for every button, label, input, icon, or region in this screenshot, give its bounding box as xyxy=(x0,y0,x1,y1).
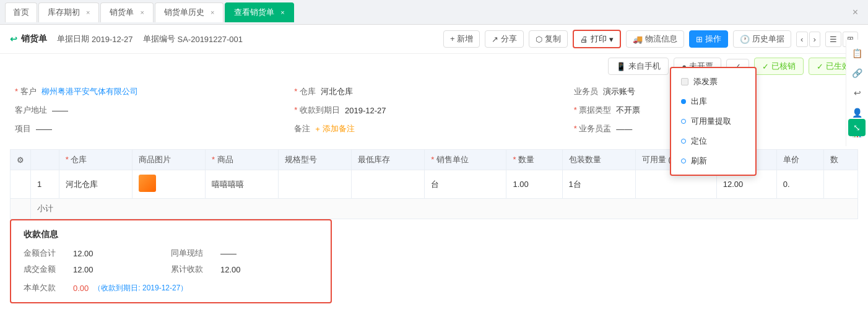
dropdown-locate[interactable]: 定位 xyxy=(671,131,755,151)
tab-close-view[interactable]: × xyxy=(280,9,284,16)
deal-amount-value: 12.00 xyxy=(73,265,93,274)
doc-number-label: 单据编号 xyxy=(143,33,175,45)
td-quantity: 1.00 xyxy=(506,170,562,199)
dropdown-available-label: 可用量提取 xyxy=(691,116,731,127)
deal-amount-label: 成交金额 xyxy=(24,264,68,275)
refresh-dot-icon xyxy=(681,158,686,163)
staff-label: 业务员 xyxy=(574,86,598,97)
dropdown-available[interactable]: 可用量提取 xyxy=(671,111,755,131)
tab-home[interactable]: 首页 xyxy=(5,2,37,22)
th-warehouse: 仓库 xyxy=(59,150,132,170)
tab-label: 查看销货单 xyxy=(234,7,274,18)
dropdown-add-ticket[interactable]: 添发票 xyxy=(671,72,755,92)
sidebar-icon-2[interactable]: 🔗 xyxy=(849,64,866,82)
th-product: 商品 xyxy=(205,150,278,170)
same-order-field: 同单现结 —— xyxy=(171,248,318,259)
tab-home-label: 首页 xyxy=(13,7,29,18)
th-product-img: 商品图片 xyxy=(132,150,205,170)
effective-icon: ✓ xyxy=(817,62,823,71)
th-settings[interactable]: ⚙ xyxy=(11,150,31,170)
history-icon: 🕐 xyxy=(740,35,750,44)
tab-close-sales[interactable]: × xyxy=(140,9,144,16)
tab-bar: 首页 库存期初 × 销货单 × 销货单历史 × 查看销货单 × × xyxy=(0,0,868,25)
doc-type-label: 销货单 xyxy=(21,33,47,45)
tab-sales-order[interactable]: 销货单 × xyxy=(100,2,153,22)
customer-label: 客户 xyxy=(15,86,37,97)
expand-button[interactable]: ⤡ xyxy=(848,119,866,136)
share-icon: ↗ xyxy=(492,35,498,44)
owed-note: （收款到期日: 2019-12-27） xyxy=(93,283,188,293)
sidebar-icon-1[interactable]: 📋 xyxy=(849,45,866,62)
subtotal-row: 小计 xyxy=(11,199,858,219)
logistics-button[interactable]: 🚚 物流信息 xyxy=(626,30,684,48)
next-button[interactable]: › xyxy=(809,32,820,47)
warehouse-label: 仓库 xyxy=(294,86,316,97)
td-index: 1 xyxy=(31,170,59,199)
doc-number-field: 单据编号 SA-20191227-001 xyxy=(143,33,243,45)
doc-date-field: 单据日期 2019-12-27 xyxy=(57,33,133,45)
logistics-icon: 🚚 xyxy=(633,35,643,44)
tab-close-inventory[interactable]: × xyxy=(86,9,90,16)
td-more xyxy=(823,170,857,199)
customer-value[interactable]: 柳州粤港平安气体有限公司 xyxy=(41,86,138,97)
print-button[interactable]: 🖨 打印 ▾ xyxy=(573,30,621,48)
add-note-label: 添加备注 xyxy=(323,123,355,134)
dropdown-add-ticket-label: 添发票 xyxy=(693,76,718,87)
print-label: 打印 xyxy=(591,33,607,45)
dropdown-outbound[interactable]: 出库 xyxy=(671,92,755,111)
dropdown-refresh[interactable]: 刷新 xyxy=(671,151,755,171)
td-spec xyxy=(279,170,352,199)
print-icon: 🖨 xyxy=(580,35,588,44)
amount-label: 金额合计 xyxy=(24,248,68,259)
tab-close-history[interactable]: × xyxy=(210,9,214,16)
product-image xyxy=(139,175,156,192)
dropdown-refresh-label: 刷新 xyxy=(691,155,707,167)
same-order-label: 同单现结 xyxy=(171,248,215,259)
add-note-button[interactable]: + 添加备注 xyxy=(315,123,355,134)
owed-label: 本单欠款 xyxy=(24,282,68,293)
ops-button[interactable]: ⊞ 操作 xyxy=(689,30,728,48)
sidebar-icon-3[interactable]: ↩ xyxy=(849,84,866,102)
staff-value: 演示账号 xyxy=(603,86,635,97)
from-phone-button[interactable]: 📱 来自手机 xyxy=(608,58,669,75)
copy-button[interactable]: ⬡ 复制 xyxy=(529,30,568,48)
payment-grid: 金额合计 12.00 同单现结 —— 成交金额 12.00 累计收款 12.00… xyxy=(24,248,318,293)
th-more: 数 xyxy=(823,150,857,170)
tab-inventory-init[interactable]: 库存期初 × xyxy=(38,2,99,22)
dropdown-locate-label: 定位 xyxy=(691,136,707,147)
td-subtotal-settings xyxy=(11,199,31,219)
confirmed-label: 已核销 xyxy=(771,61,796,72)
copy-label: 复制 xyxy=(545,33,561,45)
th-unit: 销售单位 xyxy=(425,150,506,170)
tab-view-sales[interactable]: 查看销货单 × xyxy=(225,2,293,22)
history-button[interactable]: 🕐 历史单据 xyxy=(733,30,791,48)
nav-arrows: ‹ › xyxy=(796,32,820,47)
td-settings xyxy=(11,170,31,199)
tab-sales-history[interactable]: 销货单历史 × xyxy=(155,2,224,22)
list-view-button[interactable]: ☰ xyxy=(825,32,841,47)
prev-button[interactable]: ‹ xyxy=(796,32,807,47)
warehouse-field: 仓库 河北仓库 xyxy=(294,86,573,97)
staff2-value: —— xyxy=(616,124,632,134)
expand-icon[interactable]: ⤡ xyxy=(848,119,866,136)
new-button[interactable]: + 新增 xyxy=(443,30,480,48)
plus-icon: + xyxy=(315,124,320,134)
staff2-label: 业务员盂 xyxy=(574,123,612,134)
logistics-label: 物流信息 xyxy=(645,33,677,45)
td-warehouse: 河北仓库 xyxy=(59,170,132,199)
ticket-type-value: 不开票 xyxy=(616,105,640,116)
ops-icon: ⊞ xyxy=(696,35,703,44)
confirmed-button[interactable]: ✓ 已核销 xyxy=(754,58,804,75)
tab-label: 销货单 xyxy=(110,7,134,18)
share-button[interactable]: ↗ 分享 xyxy=(485,30,524,48)
cumulative-label: 累计收款 xyxy=(171,264,215,275)
doc-date-label: 单据日期 xyxy=(57,33,89,45)
th-spec: 规格型号 xyxy=(279,150,352,170)
payment-title: 收款信息 xyxy=(24,229,318,240)
address-value: —— xyxy=(52,106,68,115)
payment-date-label: 收款到期日 xyxy=(294,105,340,116)
payment-date-field: 收款到期日 2019-12-27 xyxy=(294,105,573,116)
tab-label: 销货单历史 xyxy=(164,7,204,18)
close-button[interactable]: × xyxy=(848,4,863,20)
project-field: 项目 —— xyxy=(15,123,294,134)
